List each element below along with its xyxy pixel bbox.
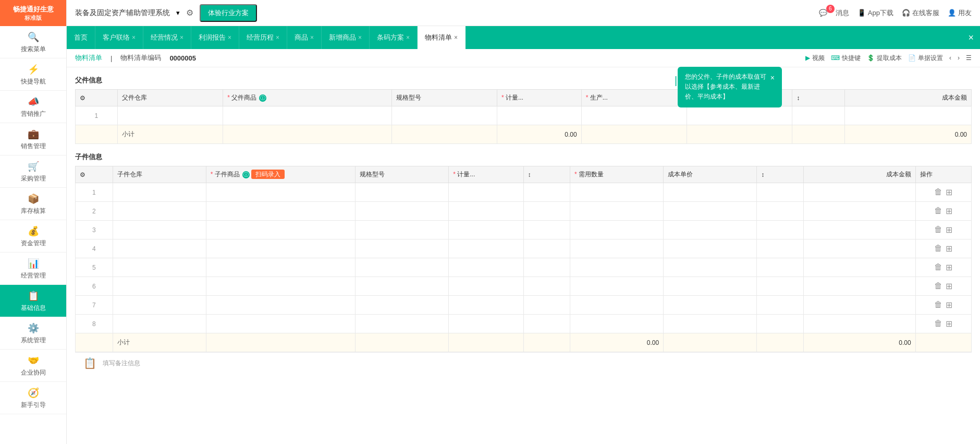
online-service-item[interactable]: 🎧 在线客服: [902, 8, 939, 18]
child-row-7-unit[interactable]: [449, 296, 523, 315]
tab-business-close[interactable]: ×: [180, 34, 183, 41]
child-row-2-spec[interactable]: [356, 202, 449, 221]
tab-goods-close[interactable]: ×: [310, 34, 314, 41]
sidebar-item-purchase[interactable]: 🛒 采购管理: [0, 155, 66, 188]
copy-icon-5[interactable]: ⊞: [946, 262, 952, 272]
delete-icon-2[interactable]: 🗑: [934, 206, 942, 216]
tab-goods[interactable]: 商品 ×: [287, 26, 322, 49]
child-row-7-qty[interactable]: [570, 296, 664, 315]
child-row-7-product[interactable]: [206, 296, 356, 315]
child-row-5-warehouse[interactable]: [113, 258, 206, 277]
copy-icon-2[interactable]: ⊞: [946, 206, 952, 216]
child-row-6-spec[interactable]: [356, 277, 449, 296]
child-row-3-product[interactable]: [206, 221, 356, 239]
copy-icon-8[interactable]: ⊞: [946, 319, 952, 329]
parent-row-1-unit[interactable]: [497, 106, 581, 125]
child-row-7-warehouse[interactable]: [113, 296, 206, 315]
delete-icon-1[interactable]: 🗑: [934, 187, 942, 197]
child-row-3-unit-cost[interactable]: [664, 221, 757, 239]
parent-row-1-product[interactable]: [223, 106, 392, 125]
note-icon[interactable]: 📋: [83, 357, 96, 369]
settings-action[interactable]: 📄 单据设置: [908, 54, 943, 63]
sidebar-item-system[interactable]: ⚙️ 系统管理: [0, 317, 66, 350]
list-view-button[interactable]: ☰: [966, 54, 972, 62]
child-row-5-product[interactable]: [206, 258, 356, 277]
child-row-5-qty[interactable]: [570, 258, 664, 277]
child-row-6-unit[interactable]: [449, 277, 523, 296]
child-row-5-unit-cost[interactable]: [664, 258, 757, 277]
child-row-1-unit-cost[interactable]: [664, 183, 757, 202]
child-col-gear[interactable]: ⚙: [76, 166, 113, 183]
child-row-4-unit[interactable]: [449, 239, 523, 258]
sidebar-item-sales[interactable]: 💼 销售管理: [0, 123, 66, 155]
delete-icon-4[interactable]: 🗑: [934, 244, 942, 254]
copy-icon-6[interactable]: ⊞: [946, 281, 952, 291]
parent-row-1-cost[interactable]: [687, 106, 792, 125]
child-row-7-spec[interactable]: [356, 296, 449, 315]
trial-button[interactable]: 体验行业方案: [200, 4, 257, 22]
child-row-1-unit[interactable]: [449, 183, 523, 202]
child-row-8-qty[interactable]: [570, 315, 664, 333]
child-row-3-warehouse[interactable]: [113, 221, 206, 239]
copy-icon-7[interactable]: ⊞: [946, 300, 952, 310]
child-row-6-warehouse[interactable]: [113, 277, 206, 296]
tooltip-close-button[interactable]: ×: [770, 72, 775, 83]
child-row-5-spec[interactable]: [356, 258, 449, 277]
settings-gear-icon[interactable]: ⚙: [186, 8, 193, 18]
parent-col-gear[interactable]: ⚙: [76, 90, 118, 106]
child-row-2-qty[interactable]: [570, 202, 664, 221]
sidebar-item-operation[interactable]: 📊 经营管理: [0, 253, 66, 285]
delete-icon-5[interactable]: 🗑: [934, 262, 942, 272]
child-row-2-unit[interactable]: [449, 202, 523, 221]
cost-action[interactable]: 💲 提取成本: [867, 54, 902, 63]
tab-home[interactable]: 首页: [67, 26, 95, 49]
sidebar-item-guide[interactable]: 🧭 新手引导: [0, 382, 66, 414]
app-download-item[interactable]: 📱 App下载: [858, 8, 893, 18]
dropdown-arrow-icon[interactable]: ▾: [176, 9, 180, 17]
child-row-4-unit-cost[interactable]: [664, 239, 757, 258]
sidebar-item-inventory[interactable]: 📦 库存核算: [0, 188, 66, 220]
sidebar-item-search[interactable]: 🔍 搜索菜单: [0, 26, 66, 58]
child-row-1-product[interactable]: [206, 183, 356, 202]
next-page-button[interactable]: ›: [958, 54, 960, 62]
tab-bom-close[interactable]: ×: [454, 34, 458, 41]
child-row-1-warehouse[interactable]: [113, 183, 206, 202]
delete-icon-7[interactable]: 🗑: [934, 300, 942, 310]
sidebar-item-marketing[interactable]: 📣 营销推广: [0, 91, 66, 123]
tab-new-goods[interactable]: 新增商品 ×: [322, 26, 370, 49]
child-row-8-product[interactable]: [206, 315, 356, 333]
copy-icon-3[interactable]: ⊞: [946, 225, 952, 235]
child-row-2-product[interactable]: [206, 202, 356, 221]
sidebar-item-collab[interactable]: 🤝 企业协同: [0, 350, 66, 382]
child-row-1-spec[interactable]: [356, 183, 449, 202]
child-row-7-unit-cost[interactable]: [664, 296, 757, 315]
delete-icon-3[interactable]: 🗑: [934, 225, 942, 235]
message-item[interactable]: 💬 6 消息: [819, 8, 849, 18]
view-action[interactable]: ▶ 视频: [805, 54, 825, 63]
child-row-6-product[interactable]: [206, 277, 356, 296]
user-item[interactable]: 👤 用友: [948, 8, 972, 18]
shortcut-action[interactable]: ⌨ 快捷键: [831, 54, 861, 63]
tab-profit-close[interactable]: ×: [228, 34, 231, 41]
close-all-tabs-button[interactable]: ×: [962, 32, 980, 43]
child-row-8-spec[interactable]: [356, 315, 449, 333]
prev-page-button[interactable]: ‹: [949, 54, 951, 62]
child-row-2-warehouse[interactable]: [113, 202, 206, 221]
scan-btn[interactable]: 扫码录入: [251, 170, 285, 179]
child-row-4-qty[interactable]: [570, 239, 664, 258]
child-row-8-unit-cost[interactable]: [664, 315, 757, 333]
copy-icon-4[interactable]: ⊞: [946, 244, 952, 254]
child-row-4-spec[interactable]: [356, 239, 449, 258]
tab-new-goods-close[interactable]: ×: [358, 34, 362, 41]
child-row-8-unit[interactable]: [449, 315, 523, 333]
child-row-3-spec[interactable]: [356, 221, 449, 239]
tab-barcode[interactable]: 条码方案 ×: [370, 26, 418, 49]
child-row-8-warehouse[interactable]: [113, 315, 206, 333]
parent-row-1-warehouse[interactable]: [117, 106, 223, 125]
tab-history-close[interactable]: ×: [276, 34, 279, 41]
child-row-3-unit[interactable]: [449, 221, 523, 239]
tab-history[interactable]: 经营历程 ×: [239, 26, 287, 49]
sidebar-item-nav[interactable]: ⚡ 快捷导航: [0, 58, 66, 91]
breadcrumb-link[interactable]: 物料清单: [75, 53, 102, 63]
parent-row-1-prod[interactable]: [581, 106, 687, 125]
